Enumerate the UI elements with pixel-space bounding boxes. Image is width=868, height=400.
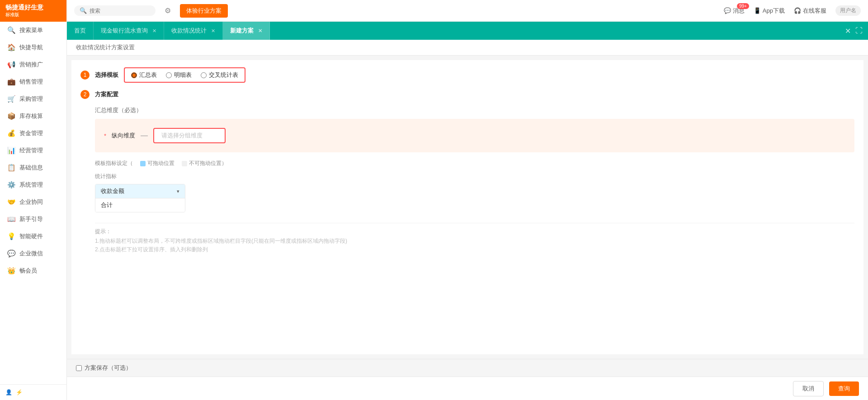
metric-setting-label: 模板指标设定（ xyxy=(95,160,133,167)
search-box[interactable]: 🔍 xyxy=(74,5,156,16)
step1-badge: 1 xyxy=(80,71,90,80)
metric-section: 模板指标设定（ 可拖动位置 不可拖动位置） 统计指标 xyxy=(95,160,854,214)
vertical-dim-label: 纵向维度 xyxy=(112,132,135,140)
metric-header: 模板指标设定（ 可拖动位置 不可拖动位置） xyxy=(95,160,854,167)
download-button[interactable]: 📱 App下载 xyxy=(754,7,785,15)
sidebar-item-智能硬件[interactable]: 💡智能硬件 xyxy=(0,228,66,245)
metric-col-name: 收款金额 xyxy=(101,187,124,195)
metric-dropdown-icon[interactable]: ▾ xyxy=(177,188,179,194)
metric-category-label: 统计指标 xyxy=(95,171,185,182)
sidebar-item-企业微信[interactable]: 💬企业微信 xyxy=(0,245,66,262)
sidebar-item-营销推广[interactable]: 📢营销推广 xyxy=(0,56,66,73)
sidebar-item-企业协同[interactable]: 🤝企业协同 xyxy=(0,193,66,211)
sidebar-item-畅会员[interactable]: 👑畅会员 xyxy=(0,262,66,279)
metric-table-header: 收款金额 ▾ xyxy=(95,184,185,198)
step1-row: 1 选择模板 汇总表 明细表 交叉统计表 xyxy=(80,67,854,83)
radio-cross-label: 交叉统计表 xyxy=(209,71,238,79)
user-label: 用户名 xyxy=(840,7,856,14)
sidebar-item-经营管理[interactable]: 📊经营管理 xyxy=(0,142,66,159)
app-edition: 标准版 xyxy=(5,12,43,18)
drag-dot-icon xyxy=(140,161,146,166)
tab-close-icon[interactable]: ✕ xyxy=(258,28,262,34)
dimension-title: 汇总维度（必选） xyxy=(95,106,854,114)
metric-table: 收款金额 ▾ 合计 xyxy=(95,184,185,212)
radio-detail[interactable]: 明细表 xyxy=(166,71,192,79)
sidebar-item-采购管理[interactable]: 🛒采购管理 xyxy=(0,90,66,108)
group-dimension-select[interactable]: 请选择分组维度 xyxy=(153,128,226,143)
sidebar-item-系统管理[interactable]: ⚙️系统管理 xyxy=(0,176,66,193)
topbar-right: 💬 消息 99+ 📱 App下载 🎧 在线客服 用户名 xyxy=(724,5,861,16)
tips-item-1: 1.拖动标题栏可以调整布局，不可跨维度或指标区域拖动栏目字段(只能在同一维度或指… xyxy=(95,237,854,245)
step2-badge: 2 xyxy=(80,90,90,99)
dimension-area: * 纵向维度 — 请选择分组维度 xyxy=(95,119,854,152)
breadcrumb-text: 收款情况统计方案设置 xyxy=(76,44,135,51)
bottom-bar: 取消 查询 xyxy=(67,376,868,400)
drag-label: 可拖动位置 xyxy=(147,160,175,167)
radio-cross[interactable]: 交叉统计表 xyxy=(201,71,238,79)
gear-icon[interactable]: ⚙ xyxy=(165,6,171,15)
user-menu[interactable]: 用户名 xyxy=(835,5,861,16)
sidebar-bottom: 👤⚡ xyxy=(0,384,66,400)
message-icon: 💬 xyxy=(724,7,731,14)
required-star: * xyxy=(104,132,106,139)
sidebar-item-搜索菜单[interactable]: 🔍搜索菜单 xyxy=(0,22,66,39)
step1-label: 选择模板 xyxy=(95,71,118,79)
app-logo: 畅捷通好生意 标准版 xyxy=(0,0,66,22)
sidebar-item-新手引导[interactable]: 📖新手引导 xyxy=(0,211,66,228)
tabbar-actions: ✕ ⛶ xyxy=(840,22,868,40)
radio-summary-label: 汇总表 xyxy=(139,71,157,79)
radio-summary[interactable]: 汇总表 xyxy=(131,71,157,79)
form-section: 1 选择模板 汇总表 明细表 交叉统计表 xyxy=(71,60,863,354)
page-footer: 方案保存（可选） xyxy=(67,359,868,376)
page-content: 收款情况统计方案设置 1 选择模板 汇总表 明细表 xyxy=(67,40,868,376)
sidebar-item-销售管理[interactable]: 💼销售管理 xyxy=(0,73,66,90)
radio-detail-label: 明细表 xyxy=(174,71,192,79)
dim-arrow: — xyxy=(141,132,148,140)
tips-title: 提示： xyxy=(95,228,854,235)
search-icon: 🔍 xyxy=(80,7,87,14)
search-input[interactable] xyxy=(90,8,144,14)
cancel-button[interactable]: 取消 xyxy=(793,381,824,396)
sidebar-item-库存核算[interactable]: 📦库存核算 xyxy=(0,108,66,125)
close-window-icon[interactable]: ✕ xyxy=(845,27,851,35)
tips-item-2: 2.点击标题栏下拉可设置排序、插入列和删除列 xyxy=(95,246,854,254)
maximize-icon[interactable]: ⛶ xyxy=(855,27,863,35)
save-checkbox[interactable] xyxy=(76,365,82,371)
tips-section: 提示： 1.拖动标题栏可以调整布局，不可跨维度或指标区域拖动栏目字段(只能在同一… xyxy=(95,223,854,259)
main-area: 🔍 ⚙ 体验行业方案 💬 消息 99+ 📱 App下载 🎧 在线客服 用户名 xyxy=(67,0,868,400)
service-label: 在线客服 xyxy=(803,7,826,15)
draggable-badge: 可拖动位置 xyxy=(140,160,175,167)
no-drag-dot-icon xyxy=(182,161,187,166)
no-drag-label: 不可拖动位置） xyxy=(189,160,227,167)
app-name: 畅捷通好生意 xyxy=(5,4,43,12)
sidebar-item-资金管理[interactable]: 💰资金管理 xyxy=(0,125,66,142)
tab-close-icon[interactable]: ✕ xyxy=(211,28,215,34)
metric-total-row: 合计 xyxy=(95,198,185,212)
tabbar: 首页现金银行流水查询✕收款情况统计✕新建方案✕ ✕ ⛶ xyxy=(67,22,868,40)
save-label: 方案保存（可选） xyxy=(85,364,132,372)
step2-label: 方案配置 xyxy=(95,90,118,99)
metric-total-label: 合计 xyxy=(101,202,113,208)
template-options: 汇总表 明细表 交叉统计表 xyxy=(124,67,245,83)
page-breadcrumb: 收款情况统计方案设置 xyxy=(67,40,868,56)
download-label: App下载 xyxy=(763,7,785,15)
tab-首页[interactable]: 首页 xyxy=(67,22,94,40)
dimension-row: * 纵向维度 — 请选择分组维度 xyxy=(104,128,845,143)
tab-现金银行流水查询[interactable]: 现金银行流水查询✕ xyxy=(94,22,164,40)
no-drag-badge: 不可拖动位置） xyxy=(182,160,227,167)
service-icon: 🎧 xyxy=(794,7,801,14)
service-button[interactable]: 🎧 在线客服 xyxy=(794,7,826,15)
download-icon: 📱 xyxy=(754,7,761,14)
sidebar-item-基础信息[interactable]: 📋基础信息 xyxy=(0,159,66,176)
sidebar-item-快捷导航[interactable]: 🏠快捷导航 xyxy=(0,39,66,56)
tab-close-icon[interactable]: ✕ xyxy=(152,28,156,34)
tab-新建方案[interactable]: 新建方案✕ xyxy=(223,22,270,40)
save-option[interactable]: 方案保存（可选） xyxy=(76,364,132,372)
industry-button[interactable]: 体验行业方案 xyxy=(180,4,228,18)
sidebar: 畅捷通好生意 标准版 🔍搜索菜单🏠快捷导航📢营销推广💼销售管理🛒采购管理📦库存核… xyxy=(0,0,67,400)
step2-row: 2 方案配置 xyxy=(80,90,854,99)
tab-收款情况统计[interactable]: 收款情况统计✕ xyxy=(164,22,223,40)
message-button[interactable]: 💬 消息 99+ xyxy=(724,7,745,15)
topbar: 🔍 ⚙ 体验行业方案 💬 消息 99+ 📱 App下载 🎧 在线客服 用户名 xyxy=(67,0,868,22)
query-button[interactable]: 查询 xyxy=(829,381,859,396)
